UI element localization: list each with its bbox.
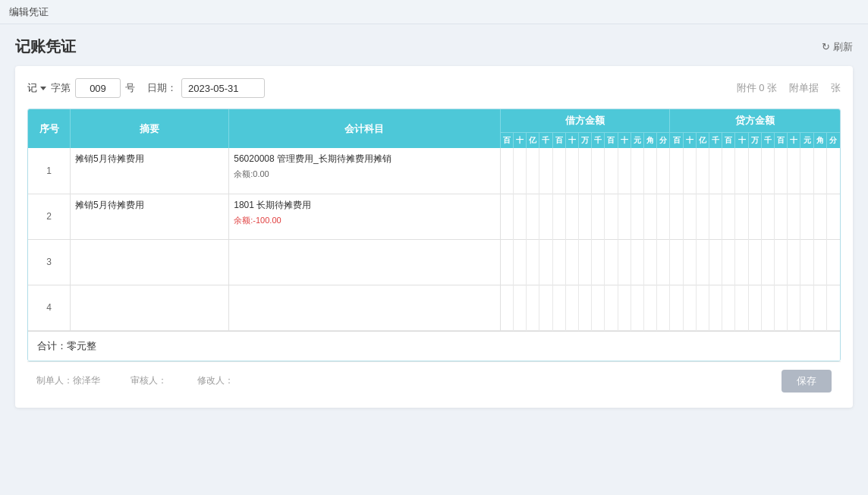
credit-digit-cell[interactable] xyxy=(813,239,826,285)
debit-digit-cell[interactable] xyxy=(500,285,513,330)
date-input[interactable] xyxy=(181,78,265,98)
table-row[interactable]: 3 xyxy=(28,239,840,285)
credit-digit-cell[interactable] xyxy=(813,148,826,194)
debit-digit-cell[interactable] xyxy=(578,148,591,194)
credit-digit-cell[interactable] xyxy=(696,285,709,330)
debit-digit-cell[interactable] xyxy=(631,285,643,330)
voucher-number-input[interactable] xyxy=(75,78,121,98)
credit-digit-cell[interactable] xyxy=(722,239,735,285)
debit-digit-cell[interactable] xyxy=(643,148,656,194)
credit-digit-cell[interactable] xyxy=(722,194,735,239)
credit-digit-cell[interactable] xyxy=(670,285,683,330)
credit-digit-cell[interactable] xyxy=(709,148,722,194)
debit-digit-cell[interactable] xyxy=(578,239,591,285)
debit-digit-cell[interactable] xyxy=(539,285,552,330)
credit-digit-cell[interactable] xyxy=(761,194,774,239)
debit-digit-cell[interactable] xyxy=(592,239,605,285)
debit-digit-cell[interactable] xyxy=(643,194,656,239)
credit-digit-cell[interactable] xyxy=(722,148,735,194)
debit-digit-cell[interactable] xyxy=(631,148,643,194)
credit-digit-cell[interactable] xyxy=(775,285,788,330)
debit-digit-cell[interactable] xyxy=(500,148,513,194)
credit-digit-cell[interactable] xyxy=(696,239,709,285)
debit-digit-cell[interactable] xyxy=(657,194,670,239)
account-cell[interactable] xyxy=(229,239,500,285)
credit-digit-cell[interactable] xyxy=(670,194,683,239)
credit-digit-cell[interactable] xyxy=(761,285,774,330)
credit-digit-cell[interactable] xyxy=(683,148,696,194)
credit-digit-cell[interactable] xyxy=(696,148,709,194)
debit-digit-cell[interactable] xyxy=(539,239,552,285)
debit-digit-cell[interactable] xyxy=(565,285,578,330)
summary-cell[interactable] xyxy=(71,285,229,330)
account-cell[interactable]: 1801 长期待摊费用余额:-100.00 xyxy=(229,194,500,239)
debit-digit-cell[interactable] xyxy=(605,148,618,194)
debit-digit-cell[interactable] xyxy=(605,194,618,239)
save-button[interactable]: 保存 xyxy=(782,370,832,393)
debit-digit-cell[interactable] xyxy=(513,148,526,194)
credit-digit-cell[interactable] xyxy=(735,194,748,239)
credit-digit-cell[interactable] xyxy=(826,148,840,194)
debit-digit-cell[interactable] xyxy=(618,148,631,194)
credit-digit-cell[interactable] xyxy=(775,239,788,285)
debit-digit-cell[interactable] xyxy=(578,194,591,239)
debit-digit-cell[interactable] xyxy=(643,285,656,330)
attachment-link[interactable]: 附件 0 张 xyxy=(737,81,777,95)
debit-digit-cell[interactable] xyxy=(657,239,670,285)
credit-digit-cell[interactable] xyxy=(670,148,683,194)
debit-digit-cell[interactable] xyxy=(592,194,605,239)
table-row[interactable]: 4 xyxy=(28,285,840,330)
debit-digit-cell[interactable] xyxy=(657,285,670,330)
debit-digit-cell[interactable] xyxy=(605,239,618,285)
credit-digit-cell[interactable] xyxy=(735,285,748,330)
debit-digit-cell[interactable] xyxy=(631,194,643,239)
debit-digit-cell[interactable] xyxy=(657,148,670,194)
debit-digit-cell[interactable] xyxy=(592,285,605,330)
credit-digit-cell[interactable] xyxy=(761,148,774,194)
credit-digit-cell[interactable] xyxy=(813,285,826,330)
credit-digit-cell[interactable] xyxy=(800,194,813,239)
table-row[interactable]: 1摊销5月待摊费用56020008 管理费用_长期待摊费用摊销余额:0.00 xyxy=(28,148,840,194)
credit-digit-cell[interactable] xyxy=(683,239,696,285)
credit-digit-cell[interactable] xyxy=(748,285,761,330)
debit-digit-cell[interactable] xyxy=(552,148,565,194)
credit-digit-cell[interactable] xyxy=(748,194,761,239)
voucher-type-select[interactable]: 记 xyxy=(27,81,46,95)
credit-digit-cell[interactable] xyxy=(800,285,813,330)
credit-digit-cell[interactable] xyxy=(775,148,788,194)
credit-digit-cell[interactable] xyxy=(696,194,709,239)
debit-digit-cell[interactable] xyxy=(527,239,539,285)
credit-digit-cell[interactable] xyxy=(709,239,722,285)
credit-digit-cell[interactable] xyxy=(709,285,722,330)
credit-digit-cell[interactable] xyxy=(775,194,788,239)
debit-digit-cell[interactable] xyxy=(565,148,578,194)
debit-digit-cell[interactable] xyxy=(539,148,552,194)
credit-digit-cell[interactable] xyxy=(748,148,761,194)
credit-digit-cell[interactable] xyxy=(722,285,735,330)
credit-digit-cell[interactable] xyxy=(826,194,840,239)
debit-digit-cell[interactable] xyxy=(513,194,526,239)
debit-digit-cell[interactable] xyxy=(527,194,539,239)
debit-digit-cell[interactable] xyxy=(500,239,513,285)
credit-digit-cell[interactable] xyxy=(826,285,840,330)
credit-digit-cell[interactable] xyxy=(800,239,813,285)
credit-digit-cell[interactable] xyxy=(709,194,722,239)
debit-digit-cell[interactable] xyxy=(565,239,578,285)
credit-digit-cell[interactable] xyxy=(670,239,683,285)
debit-digit-cell[interactable] xyxy=(605,285,618,330)
debit-digit-cell[interactable] xyxy=(527,285,539,330)
debit-digit-cell[interactable] xyxy=(592,148,605,194)
debit-digit-cell[interactable] xyxy=(565,194,578,239)
debit-digit-cell[interactable] xyxy=(552,285,565,330)
credit-digit-cell[interactable] xyxy=(735,148,748,194)
credit-digit-cell[interactable] xyxy=(683,285,696,330)
debit-digit-cell[interactable] xyxy=(552,194,565,239)
credit-digit-cell[interactable] xyxy=(748,239,761,285)
credit-digit-cell[interactable] xyxy=(683,194,696,239)
summary-cell[interactable]: 摊销5月待摊费用 xyxy=(71,148,229,194)
credit-digit-cell[interactable] xyxy=(761,239,774,285)
account-cell[interactable]: 56020008 管理费用_长期待摊费用摊销余额:0.00 xyxy=(229,148,500,194)
debit-digit-cell[interactable] xyxy=(578,285,591,330)
debit-digit-cell[interactable] xyxy=(539,194,552,239)
debit-digit-cell[interactable] xyxy=(618,194,631,239)
